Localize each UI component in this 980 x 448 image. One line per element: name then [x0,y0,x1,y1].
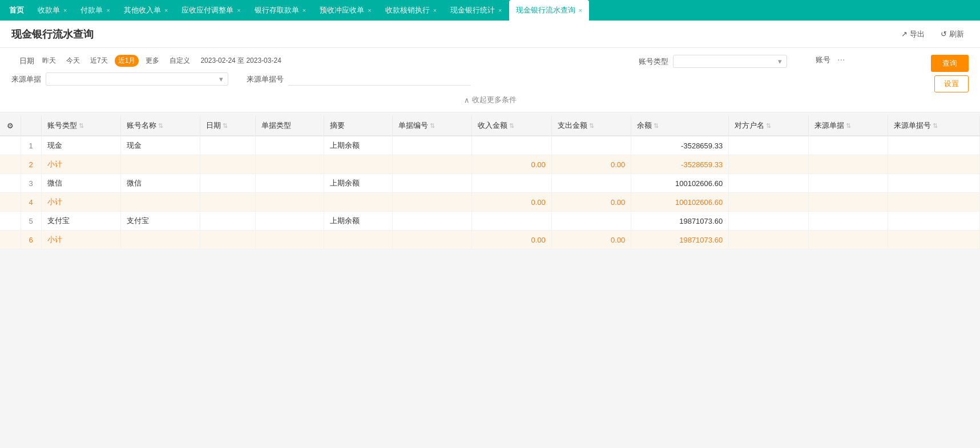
nav-xianjin-tongji[interactable]: 现金银行统计 × [443,0,509,21]
page-title: 现金银行流水查询 [11,27,94,41]
col-summary[interactable]: 摘要 [324,116,393,136]
close-icon[interactable]: × [433,0,437,21]
row-expense [551,212,631,231]
date-opt-yesterday[interactable]: 昨天 [39,55,59,67]
table-row[interactable]: 1 现金 现金 上期余额 -3528659.33 [0,136,980,155]
nav-yinhang-cunkuan[interactable]: 银行存取款单 × [248,0,313,21]
filter-row-account: 账号 ··· [808,55,922,65]
row-voucher-no [392,193,471,212]
row-source-voucher-no [888,174,980,193]
source-voucher-select[interactable]: ▾ [46,72,228,86]
row-summary: 上期余额 [324,136,393,155]
close-icon[interactable]: × [498,0,502,21]
settings-icon: ⚙ [7,122,14,130]
nav-fukuandan[interactable]: 付款单 × [74,0,116,21]
close-icon[interactable]: × [303,0,306,21]
nav-shoukuan-hexiao[interactable]: 收款核销执行 × [378,0,443,21]
table-row[interactable]: 2 小计 0.00 0.00 -3528659.33 [0,155,980,174]
table-row[interactable]: 4 小计 0.00 0.00 100102606.60 [0,193,980,212]
query-button[interactable]: 查询 [931,55,969,72]
nav-shoukuandan[interactable]: 收款单 × [31,0,74,21]
col-voucher-type[interactable]: 单据类型 [256,116,324,136]
collapse-button[interactable]: ∧ 收起更多条件 [11,95,969,105]
filter-row-date: 日期 昨天 今天 近7天 近1月 更多 自定义 2023-02-24 至 202… [11,55,630,67]
col-num [21,116,41,136]
sort-icon: ⇅ [79,122,84,130]
close-icon[interactable]: × [63,0,67,21]
col-source-voucher-no[interactable]: 来源单据号⇅ [888,116,980,136]
row-income: 0.00 [472,193,551,212]
row-source-voucher-no [888,212,980,231]
sort-icon: ⇅ [654,122,659,130]
row-expense [551,136,631,155]
nav-home[interactable]: 首页 [2,0,31,21]
nav-yushou-chong[interactable]: 预收冲应收单 × [313,0,378,21]
sort-icon: ⇅ [223,122,228,130]
header-actions: ↗ 导出 ↺ 刷新 [897,27,969,42]
table-row[interactable]: 6 小计 0.00 0.00 19871073.60 [0,231,980,249]
refresh-button[interactable]: ↺ 刷新 [936,27,969,42]
date-opt-7days[interactable]: 近7天 [87,55,111,67]
date-opt-today[interactable]: 今天 [63,55,83,67]
close-icon[interactable]: × [106,0,110,21]
row-source-voucher [808,193,888,212]
col-expense[interactable]: 支出金额⇅ [551,116,631,136]
close-icon[interactable]: × [368,0,371,21]
close-icon[interactable]: × [579,0,582,21]
export-icon: ↗ [901,30,908,38]
row-account-name: 现金 [120,136,200,155]
nav-qitashouru[interactable]: 其他收入单 × [117,0,175,21]
col-counterparty[interactable]: 对方户名⇅ [729,116,808,136]
source-voucher-no-input[interactable] [288,73,471,86]
account-type-label: 账号类型 [639,56,668,67]
source-voucher-label: 来源单据 [11,74,41,84]
date-opt-custom[interactable]: 自定义 [166,55,193,67]
sort-icon: ⇅ [589,122,594,130]
col-account-name[interactable]: 账号名称⇅ [120,116,200,136]
date-opt-1month[interactable]: 近1月 [115,55,139,67]
col-source-voucher[interactable]: 来源单据⇅ [808,116,888,136]
row-income: 0.00 [472,155,551,174]
col-voucher-no[interactable]: 单据编号⇅ [392,116,471,136]
col-balance[interactable]: 余额⇅ [631,116,729,136]
row-account-name: 微信 [120,174,200,193]
close-icon[interactable]: × [237,0,240,21]
account-dots[interactable]: ··· [835,55,847,65]
nav-yingshou-tiaoz[interactable]: 应收应付调整单 × [175,0,247,21]
filter-area: 日期 昨天 今天 近7天 近1月 更多 自定义 2023-02-24 至 202… [0,48,980,112]
col-settings[interactable]: ⚙ [0,116,21,136]
date-options: 昨天 今天 近7天 近1月 更多 自定义 [39,55,193,67]
row-summary [324,193,393,212]
nav-xianjin-liushui[interactable]: 现金银行流水查询 × [509,0,589,21]
row-source-voucher [808,174,888,193]
sort-icon: ⇅ [766,122,771,130]
row-date [200,212,256,231]
col-income[interactable]: 收入金额⇅ [472,116,551,136]
row-source-voucher-no [888,155,980,174]
row-number: 4 [21,193,41,212]
row-income [472,136,551,155]
row-summary: 上期余额 [324,174,393,193]
filter-actions: 查询 设置 [931,55,969,92]
row-expense [551,174,631,193]
settings-button[interactable]: 设置 [934,75,969,92]
table-row[interactable]: 5 支付宝 支付宝 上期余额 19871073.60 [0,212,980,231]
row-date [200,155,256,174]
account-type-select[interactable]: ▾ [673,55,787,68]
refresh-icon: ↺ [941,30,947,38]
row-account-type: 小计 [41,193,120,212]
row-voucher-type [256,155,324,174]
export-button[interactable]: ↗ 导出 [897,27,929,42]
row-number: 5 [21,212,41,231]
date-opt-more[interactable]: 更多 [142,55,163,67]
row-voucher-no [392,174,471,193]
account-label: 账号 [808,55,830,65]
col-date[interactable]: 日期⇅ [200,116,256,136]
col-account-type[interactable]: 账号类型⇅ [41,116,120,136]
close-icon[interactable]: × [164,0,168,21]
row-balance: 19871073.60 [631,231,729,249]
row-account-type: 小计 [41,231,120,249]
row-expense: 0.00 [551,193,631,212]
row-balance: -3528659.33 [631,136,729,155]
table-row[interactable]: 3 微信 微信 上期余额 100102606.60 [0,174,980,193]
